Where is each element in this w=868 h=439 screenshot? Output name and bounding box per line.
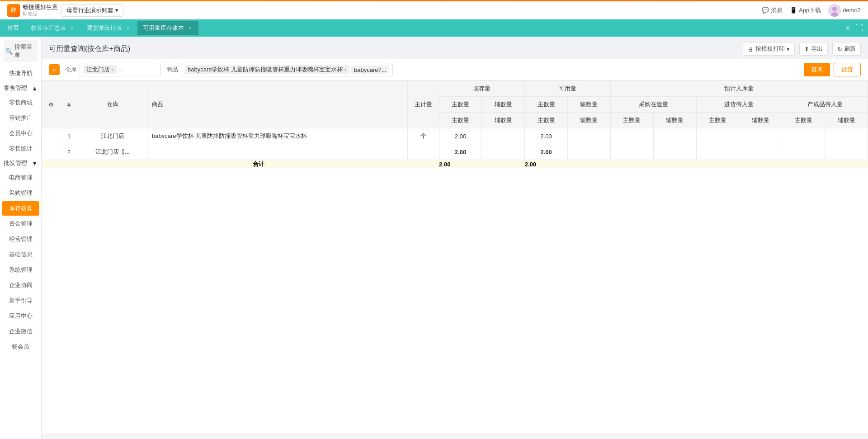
warehouse-filter-input[interactable]: 江北门店 × ··· (80, 63, 161, 76)
stock-main-sub-header: 主数量 (439, 113, 482, 128)
user-menu[interactable]: demo2 (828, 4, 861, 17)
sidebar-item-enterprise-collab[interactable]: 企业协同 (2, 278, 39, 293)
sidebar-item-retail-mall[interactable]: 零售商城 (2, 95, 39, 110)
page-header: 可用量查询(按仓库+商品) 🖨 按模板打印 ▾ ⬆ 导出 ↻ 刷新 (42, 37, 868, 59)
tab-order-stats-close[interactable]: × (125, 25, 131, 31)
print-icon: 🖨 (748, 46, 754, 52)
retail-mall-label: 零售商城 (9, 99, 33, 106)
member-label: 会员中心 (9, 130, 33, 137)
incoming-aux-header: 辅数量 (739, 113, 782, 128)
row1-prod-main (782, 128, 825, 144)
footer-avail-main: 2.00 (525, 160, 568, 169)
product-tag-1-remove[interactable]: × (344, 67, 347, 72)
product-filter-label: 商品 (166, 66, 178, 74)
refresh-button[interactable]: ↻ 刷新 (832, 42, 861, 56)
query-button[interactable]: 查询 (804, 63, 830, 76)
sidebar-item-ecommerce[interactable]: 电商管理 (2, 170, 39, 185)
export-icon: ⬆ (804, 46, 809, 52)
inventory-table: ⚙ # 仓库 商品 主计量 (42, 80, 868, 168)
expected-in-header: 预计入库量 (610, 81, 868, 97)
main-layout: 🔍 搜索菜单 快捷导航 零售管理 ▲ 零售商城 营销推广 会员中心 零售统计 批… (0, 37, 868, 439)
bottom-scroll-inner (42, 434, 868, 434)
bottom-scrollbar[interactable] (42, 434, 868, 439)
tenant-name: 母婴行业演示账套 (66, 6, 113, 14)
logo-sub-text: 标准版 (23, 11, 58, 17)
purchase-label: 采购管理 (9, 189, 33, 196)
sidebar-item-marketing[interactable]: 营销推广 (2, 111, 39, 125)
footer-pur-transit-main (610, 160, 653, 169)
tab-home[interactable]: 首页 (2, 21, 24, 35)
export-button[interactable]: ⬆ 导出 (799, 42, 828, 56)
search-icon: 🔍 (5, 48, 13, 55)
avatar-icon (828, 4, 841, 17)
row2-incoming-aux (739, 144, 782, 160)
production-pending-header: 产成品待入量 (782, 97, 868, 113)
print-label: 按模板打印 (755, 45, 785, 53)
print-dropdown-icon: ▾ (787, 46, 790, 52)
row1-stock-aux (482, 128, 525, 144)
row2-warehouse: 江北门店【... (78, 144, 147, 160)
row1-warehouse: 江北门店 (78, 128, 147, 144)
tenant-dropdown-icon: ▾ (115, 7, 118, 14)
index-header: # (60, 81, 78, 128)
print-button[interactable]: 🖨 按模板打印 ▾ (743, 42, 795, 56)
sidebar-item-inventory[interactable]: 库存核算 (2, 201, 39, 216)
sidebar-section-retail[interactable]: 零售管理 ▲ (0, 81, 41, 95)
logo-icon: 好 (7, 4, 20, 17)
quick-nav-label: 快捷导航 (9, 69, 33, 77)
table-row: 2 江北门店【... 2.00 2.00 (42, 144, 868, 160)
filter-settings-button[interactable]: 设置 (834, 63, 861, 76)
sidebar-search-button[interactable]: 🔍 搜索菜单 (4, 40, 38, 62)
inventory-label: 库存核算 (9, 205, 33, 212)
sidebar-item-chang-member[interactable]: 畅会员 (2, 340, 39, 354)
sidebar-retail-chevron: ▲ (32, 85, 38, 92)
warehouse-header: 仓库 (78, 81, 147, 128)
incoming-pending-header: 进货待入量 (696, 97, 782, 113)
warehouse-more-dots[interactable]: ··· (118, 66, 123, 73)
sidebar-item-system[interactable]: 系统管理 (2, 263, 39, 277)
warehouse-tag-remove[interactable]: × (111, 67, 114, 72)
row1-settings (42, 128, 60, 144)
tab-available-inventory-close[interactable]: × (187, 25, 193, 31)
row1-product: babycare学饮杯 儿童防摔防撞吸管杯重力球吸嘴杯宝宝水杯 (147, 128, 408, 144)
tenant-selector[interactable]: 母婴行业演示账套 ▾ (61, 4, 123, 17)
table-row: 1 江北门店 babycare学饮杯 儿童防摔防撞吸管杯重力球吸嘴杯宝宝水杯 个… (42, 128, 868, 144)
sidebar-item-purchase[interactable]: 采购管理 (2, 186, 39, 200)
sidebar-item-app-center[interactable]: 应用中心 (2, 309, 39, 323)
sidebar-item-member[interactable]: 会员中心 (2, 126, 39, 141)
sidebar-item-enterprise-wechat[interactable]: 企业微信 (2, 324, 39, 339)
app-download-icon: 📱 (790, 7, 797, 14)
stock-aux-sub-header: 辅数量 (482, 113, 525, 128)
row1-stock-main: 2.00 (439, 128, 482, 144)
table-container[interactable]: ⚙ # 仓库 商品 主计量 (42, 80, 868, 434)
filter-expand-button[interactable]: » (49, 64, 60, 75)
sidebar-item-operation[interactable]: 经营管理 (2, 232, 39, 246)
logo-area: 好 畅捷通好生意 标准版 (7, 4, 58, 17)
table-settings-header[interactable]: ⚙ (42, 81, 60, 128)
product-tag-1: babycare学饮杯 儿童防摔防撞吸管杯重力球吸嘴杯宝宝水杯 × (185, 65, 349, 74)
nav-tabs: 首页 收发存汇总表 × 要货单统计表 × 可用量库存账本 × × ⛶ (0, 19, 868, 37)
app-center-label: 应用中心 (9, 312, 33, 319)
product-filter-input[interactable]: babycare学饮杯 儿童防摔防撞吸管杯重力球吸嘴杯宝宝水杯 × babyca… (181, 63, 393, 76)
sidebar-item-finance[interactable]: 资金管理 (2, 217, 39, 231)
tab-order-stats-label: 要货单统计表 (87, 24, 122, 32)
tab-available-inventory[interactable]: 可用量库存账本 × (137, 21, 198, 35)
tab-receive-summary[interactable]: 收发存汇总表 × (25, 21, 80, 35)
export-label: 导出 (811, 45, 823, 53)
table-footer-row: 合计 2.00 2.00 (42, 160, 868, 169)
tab-order-stats[interactable]: 要货单统计表 × (81, 21, 137, 35)
sidebar-item-new-guide[interactable]: 新手引导 (2, 293, 39, 308)
product-tag-2: babycare?... (351, 66, 389, 74)
sidebar-section-wholesale[interactable]: 批发管理 ▼ (0, 156, 41, 170)
close-all-tabs-button[interactable]: × (845, 24, 850, 32)
tab-receive-summary-close[interactable]: × (69, 25, 75, 31)
sidebar-item-basic-info[interactable]: 基础信息 (2, 247, 39, 262)
app-download-action[interactable]: 📱 App下载 (790, 6, 821, 14)
product-tag-2-text: babycare?... (354, 66, 387, 73)
warehouse-tag: 江北门店 × (84, 65, 117, 74)
fullscreen-button[interactable]: ⛶ (855, 24, 863, 33)
message-action[interactable]: 💬 消息 (762, 6, 783, 14)
sidebar-item-retail-stats[interactable]: 零售统计 (2, 142, 39, 156)
sidebar-item-quick-nav[interactable]: 快捷导航 (0, 66, 41, 81)
row1-index: 1 (60, 128, 78, 144)
